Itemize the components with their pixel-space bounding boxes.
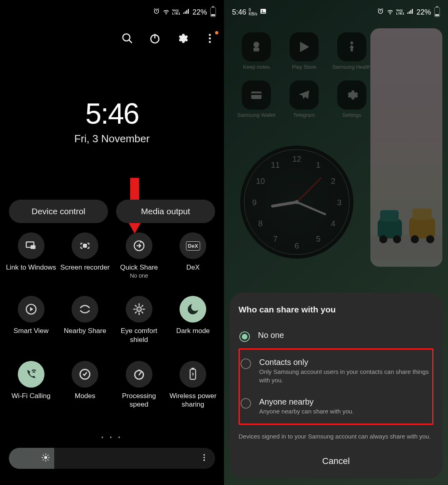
svg-point-77 — [262, 10, 263, 11]
tile-quick-share[interactable]: Quick Share No one — [112, 232, 166, 279]
tile-smart-view[interactable]: Smart View — [4, 296, 58, 344]
brightness-more-icon[interactable] — [200, 453, 209, 464]
svg-line-25 — [142, 306, 143, 307]
svg-line-23 — [142, 312, 143, 313]
media-output-button[interactable]: Media output — [116, 200, 215, 223]
svg-rect-10 — [30, 245, 35, 249]
clock-date: Fri, 3 November — [0, 133, 224, 145]
tile-dex[interactable]: DeX DeX — [166, 232, 220, 279]
svg-point-4 — [209, 34, 211, 36]
quick-share-sheet: Who can share with you No one Contacts o… — [230, 293, 442, 479]
svg-line-1 — [129, 40, 132, 43]
device-control-button[interactable]: Device control — [9, 200, 108, 223]
svg-point-13 — [140, 241, 142, 243]
svg-line-38 — [48, 460, 48, 460]
brightness-slider[interactable] — [9, 448, 215, 469]
battery-percentage: 22% — [416, 8, 431, 17]
search-icon[interactable] — [121, 32, 133, 44]
svg-point-32 — [44, 456, 47, 459]
svg-line-28 — [139, 372, 141, 375]
svg-rect-11 — [84, 244, 87, 247]
svg-line-40 — [48, 455, 48, 455]
clock-block: 5:46 Fri, 3 November — [0, 97, 224, 145]
tile-dark-mode[interactable]: Dark mode — [166, 296, 220, 344]
quick-settings-toolbar — [121, 32, 216, 44]
sheet-title: Who can share with you — [239, 305, 433, 314]
status-time: 5:46 — [232, 8, 246, 17]
svg-rect-31 — [192, 368, 194, 369]
signal-icon — [183, 8, 190, 17]
quick-settings-screen: Vo))LTE1 22% 5:46 Fri, 3 November Device… — [0, 0, 224, 485]
sun-icon — [41, 453, 50, 464]
tile-link-to-windows[interactable]: Link to Windows — [4, 232, 58, 279]
lte-indicator: Vo))LTE1 — [172, 9, 180, 15]
wifi-icon — [387, 8, 394, 17]
more-icon[interactable] — [204, 32, 216, 44]
svg-line-24 — [135, 312, 136, 313]
radio-indicator — [241, 398, 251, 409]
annotation-highlight: Contacts only Only Samsung account users… — [239, 348, 433, 425]
dex-icon: DeX — [186, 241, 200, 251]
svg-point-0 — [123, 34, 130, 41]
svg-text:A: A — [138, 308, 141, 312]
statusbar-left: Vo))LTE1 22% — [0, 0, 224, 24]
svg-point-5 — [209, 38, 211, 40]
battery-percentage: 22% — [192, 8, 207, 17]
tile-eye-comfort-shield[interactable]: A Eye comfort shield — [112, 296, 166, 344]
radio-contacts-only[interactable]: Contacts only Only Samsung account users… — [240, 351, 432, 391]
picture-icon — [260, 8, 267, 17]
brightness-fill — [9, 448, 54, 469]
svg-point-41 — [203, 454, 205, 456]
lte-indicator: Vo))LTE1 — [396, 9, 404, 15]
sheet-footer-text: Devices signed in to your Samsung accoun… — [239, 432, 433, 441]
status-kbs: 0KB/s — [249, 8, 257, 16]
cancel-button[interactable]: Cancel — [239, 452, 433, 470]
battery-icon — [210, 7, 216, 17]
radio-anyone-nearby[interactable]: Anyone nearby Anyone nearby can share wi… — [240, 391, 432, 422]
svg-line-22 — [135, 306, 136, 307]
statusbar-right: 5:46 0KB/s Vo))LTE1 22% — [224, 0, 448, 24]
svg-line-39 — [43, 460, 44, 460]
tile-processing-speed[interactable]: Processing speed — [112, 361, 166, 409]
svg-point-43 — [203, 460, 205, 461]
tile-nearby-share[interactable]: Nearby Share — [58, 296, 112, 344]
battery-icon — [434, 7, 440, 17]
tile-wifi-calling[interactable]: Wi-Fi Calling — [4, 361, 58, 409]
svg-point-42 — [203, 457, 205, 458]
alarm-icon — [377, 8, 384, 17]
svg-marker-15 — [30, 307, 33, 312]
quick-tiles-grid: Link to Windows Screen recorder Quick Sh… — [0, 232, 224, 409]
signal-icon — [407, 8, 414, 17]
quick-share-sheet-screen: Keep notes Play Store Samsung Health Sam… — [224, 0, 448, 485]
tile-modes[interactable]: Modes — [58, 361, 112, 409]
svg-point-6 — [209, 41, 211, 43]
radio-indicator — [239, 331, 250, 342]
clock-time: 5:46 — [0, 97, 224, 130]
svg-line-37 — [43, 455, 44, 455]
radio-no-one[interactable]: No one — [239, 324, 433, 348]
tile-wireless-power-sharing[interactable]: Wireless power sharing — [166, 361, 220, 409]
tile-screen-recorder[interactable]: Screen recorder — [58, 232, 112, 279]
pill-row: Device control Media output — [9, 200, 215, 223]
page-indicator: • • • — [0, 434, 224, 441]
power-icon[interactable] — [149, 32, 161, 44]
wifi-icon — [163, 8, 170, 17]
settings-icon[interactable] — [176, 32, 188, 44]
alarm-icon — [153, 8, 160, 17]
radio-indicator — [241, 358, 251, 369]
